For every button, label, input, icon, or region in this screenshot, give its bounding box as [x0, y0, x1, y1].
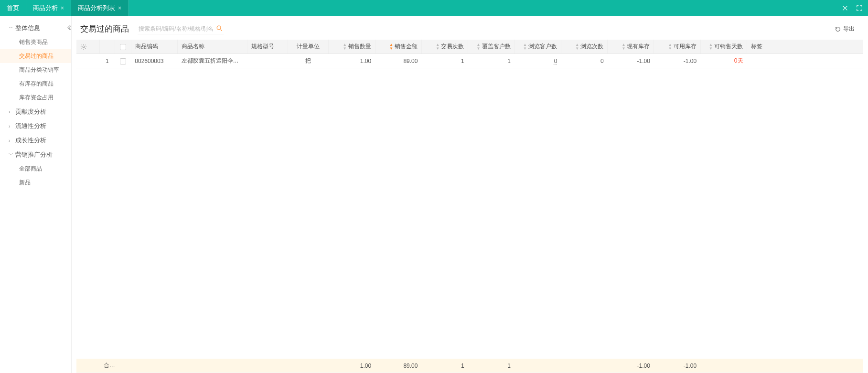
- gear-icon[interactable]: [80, 43, 87, 50]
- col-tags: 标签: [747, 40, 863, 54]
- sidebar-item-in-stock-products[interactable]: 有库存的商品: [0, 77, 71, 91]
- totals-cell-tags: [747, 359, 863, 373]
- tab-bar-right: [836, 0, 868, 16]
- export-button[interactable]: 导出: [831, 23, 858, 35]
- totals-cell-cust_cnt: 1: [468, 359, 514, 373]
- chevron-down-icon: ﹀: [9, 25, 13, 32]
- tab-bar: 首页 商品分析 × 商品分析列表 ×: [0, 0, 868, 16]
- menu-header-overall[interactable]: ﹀ 整体信息: [0, 21, 71, 35]
- totals-cell-view_cust: [514, 359, 561, 373]
- menu-header-circulation[interactable]: › 流通性分析: [0, 119, 71, 133]
- sidebar-item-all-products[interactable]: 全部商品: [0, 162, 71, 176]
- col-spec: 规格型号: [247, 40, 288, 54]
- totals-cell-sale_days: [700, 359, 747, 373]
- sidebar-item-sales-products[interactable]: 销售类商品: [0, 35, 71, 49]
- sort-icon[interactable]: ▲▼: [477, 43, 481, 51]
- col-label: 现有库存: [627, 43, 650, 50]
- totals-cell-unit: [288, 359, 329, 373]
- col-label: 销售金额: [395, 43, 418, 50]
- cell-gear: [76, 54, 100, 68]
- select-all-checkbox[interactable]: [120, 44, 126, 50]
- tab-label: 首页: [7, 4, 19, 12]
- cell-sale_amt: 89.00: [375, 54, 421, 68]
- sort-icon[interactable]: ▲▼: [389, 43, 393, 51]
- col-sale_amt[interactable]: ▲▼销售金额: [375, 40, 421, 54]
- chevron-right-icon: ›: [9, 124, 13, 129]
- col-stock[interactable]: ▲▼现有库存: [608, 40, 654, 54]
- col-label: 规格型号: [251, 43, 274, 50]
- sidebar-item-stock-capital[interactable]: 库存资金占用: [0, 91, 71, 105]
- sort-icon[interactable]: ▲▼: [622, 43, 626, 51]
- col-avail[interactable]: ▲▼可用库存: [654, 40, 700, 54]
- totals-table: 合计:1.0089.0011-1.00-1.00: [76, 359, 863, 373]
- col-label: 浏览次数: [580, 43, 603, 50]
- menu-group-marketing: ﹀ 营销推广分析 全部商品 新品: [0, 148, 71, 190]
- cell-sale_qty: 1.00: [329, 54, 375, 68]
- totals-cell-avail: -1.00: [654, 359, 700, 373]
- col-sale_qty[interactable]: ▲▼销售数量: [329, 40, 375, 54]
- close-all-icon[interactable]: [840, 3, 850, 13]
- totals-cell-stock: -1.00: [608, 359, 654, 373]
- col-view_cnt[interactable]: ▲▼浏览次数: [561, 40, 607, 54]
- sort-icon[interactable]: ▲▼: [523, 43, 527, 51]
- menu-header-growth[interactable]: › 成长性分析: [0, 133, 71, 148]
- sort-icon[interactable]: ▲▼: [575, 43, 579, 51]
- cell-avail: -1.00: [654, 54, 700, 68]
- menu-header-contribution[interactable]: › 贡献度分析: [0, 105, 71, 119]
- sidebar: ﹀ 整体信息 销售类商品 交易过的商品 商品分类动销率 有库存的商品 库存资金占…: [0, 16, 72, 373]
- close-icon[interactable]: ×: [61, 5, 64, 11]
- menu-header-marketing[interactable]: ﹀ 营销推广分析: [0, 148, 71, 162]
- col-label: 浏览客户数: [528, 43, 557, 50]
- row-checkbox[interactable]: [120, 58, 126, 64]
- cell-code: 002600003: [131, 54, 177, 68]
- col-gear[interactable]: [76, 40, 100, 54]
- sort-icon[interactable]: ▲▼: [668, 43, 672, 51]
- search-input[interactable]: [138, 23, 224, 34]
- cell-unit: 把: [288, 54, 329, 68]
- col-label: 销售数量: [348, 43, 371, 50]
- col-label: 交易次数: [441, 43, 464, 50]
- table-wrap: 商品编码商品名称规格型号计量单位▲▼销售数量▲▼销售金额▲▼交易次数▲▼覆盖客户…: [72, 40, 868, 373]
- col-view_cust[interactable]: ▲▼浏览客户数: [514, 40, 561, 54]
- menu-header-label: 整体信息: [15, 24, 40, 32]
- tab-product-analysis[interactable]: 商品分析 ×: [26, 0, 71, 16]
- collapse-sidebar-button[interactable]: [66, 24, 74, 32]
- col-sale_days[interactable]: ▲▼可销售天数: [700, 40, 747, 54]
- table-row[interactable]: 1002600003左都胶囊五折遮阳伞防晒伞:把1.0089.001100-1.…: [76, 54, 863, 68]
- main-content: 交易过的商品 导出 商品编码商品名称规格型号计量单位▲▼销售数量▲▼销售金额▲▼…: [72, 16, 868, 373]
- sort-icon[interactable]: ▲▼: [343, 43, 347, 51]
- totals-cell-view_cnt: [561, 359, 607, 373]
- sidebar-item-new-products[interactable]: 新品: [0, 176, 71, 190]
- tab-label: 商品分析: [33, 4, 58, 12]
- svg-point-0: [217, 26, 221, 30]
- sort-icon[interactable]: ▲▼: [436, 43, 439, 51]
- totals-cell-name: [178, 359, 247, 373]
- view-customers-link[interactable]: 0: [554, 58, 557, 64]
- col-trade_cnt[interactable]: ▲▼交易次数: [421, 40, 468, 54]
- col-chk[interactable]: [115, 40, 131, 54]
- tab-product-analysis-list[interactable]: 商品分析列表 ×: [71, 0, 129, 16]
- totals-cell-code: [131, 359, 177, 373]
- search-icon[interactable]: [216, 24, 223, 32]
- totals-cell-gear: [76, 359, 100, 373]
- sale-days-value: 0天: [734, 57, 743, 64]
- svg-point-1: [83, 46, 85, 48]
- sort-icon[interactable]: ▲▼: [709, 43, 713, 51]
- col-cust_cnt[interactable]: ▲▼覆盖客户数: [468, 40, 514, 54]
- cell-cust_cnt: 1: [468, 54, 514, 68]
- cell-spec: [247, 54, 288, 68]
- close-icon[interactable]: ×: [118, 5, 121, 11]
- totals-cell-chk: [115, 359, 131, 373]
- col-label: 计量单位: [297, 43, 320, 50]
- fullscreen-icon[interactable]: [855, 3, 864, 13]
- sidebar-item-traded-products[interactable]: 交易过的商品: [0, 49, 71, 63]
- cell-name: 左都胶囊五折遮阳伞防晒伞:: [178, 54, 247, 68]
- tab-home[interactable]: 首页: [0, 0, 26, 16]
- col-label: 覆盖客户数: [482, 43, 511, 50]
- sidebar-item-category-turnover[interactable]: 商品分类动销率: [0, 63, 71, 77]
- totals-cell-spec: [247, 359, 288, 373]
- menu-header-label: 成长性分析: [15, 136, 46, 145]
- product-table: 商品编码商品名称规格型号计量单位▲▼销售数量▲▼销售金额▲▼交易次数▲▼覆盖客户…: [76, 40, 863, 68]
- col-label: 商品名称: [182, 43, 204, 50]
- cell-chk: [115, 54, 131, 68]
